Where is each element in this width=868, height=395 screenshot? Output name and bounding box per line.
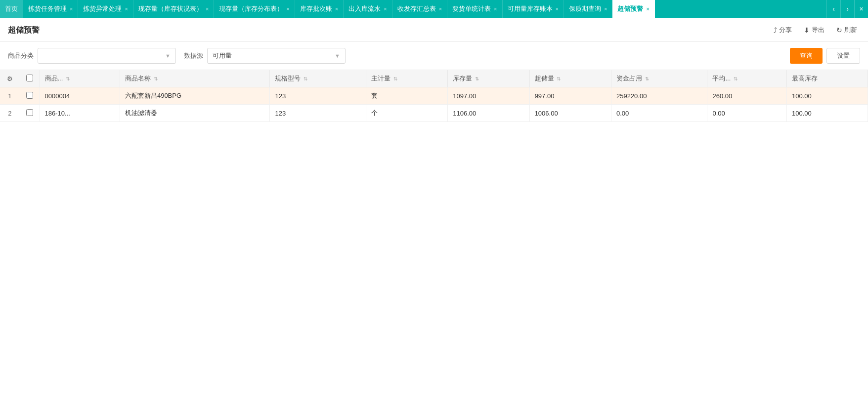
unit-cell: 个 [366, 105, 447, 122]
column-avg[interactable]: 平均... ⇅ [707, 70, 787, 87]
nav-item-recv-send[interactable]: 收发存汇总表 × [392, 0, 447, 18]
column-product-code[interactable]: 商品... ⇅ [40, 70, 120, 87]
product-name-cell: 六配套新昌490BPG [120, 87, 270, 105]
table-header-row: ⚙ 商品... ⇅ 商品名称 ⇅ 规格型号 ⇅ [0, 70, 868, 87]
column-gear[interactable]: ⚙ [0, 70, 20, 87]
category-select[interactable]: ▼ [38, 48, 176, 64]
sort-icon: ⇅ [645, 76, 649, 81]
sort-icon: ⇅ [154, 76, 158, 81]
overstock-cell: 997.00 [529, 87, 611, 105]
spec-cell: 123 [270, 105, 366, 122]
nav-item-home[interactable]: 首页 [0, 0, 23, 18]
row-checkbox[interactable] [26, 109, 33, 116]
sort-icon: ⇅ [734, 76, 738, 81]
close-icon[interactable]: × [604, 6, 607, 12]
share-button[interactable]: ⤴ 分享 [771, 24, 795, 37]
nav-item-inout-flow[interactable]: 出入库流水 × [344, 0, 392, 18]
close-icon[interactable]: × [556, 6, 559, 12]
nav-item-abnormal[interactable]: 拣货异常处理 × [78, 0, 133, 18]
row-checkbox-cell [20, 105, 40, 122]
datasource-select[interactable]: 可用量 ▼ [207, 48, 346, 64]
close-icon[interactable]: × [494, 6, 497, 12]
datasource-label: 数据源 [184, 51, 203, 60]
max-stock-cell: 100.00 [786, 87, 868, 105]
nav-item-order-stats[interactable]: 要货单统计表 × [447, 0, 502, 18]
table-row: 2 186-10... 机油滤清器 123 个 1106.00 1006.00 … [0, 105, 868, 122]
column-checkbox [20, 70, 40, 87]
product-name-cell: 机油滤清器 [120, 105, 270, 122]
unit-cell: 套 [366, 87, 447, 105]
nav-item-batch-account[interactable]: 库存批次账 × [295, 0, 344, 18]
product-code-cell: 186-10... [40, 105, 120, 122]
select-all-checkbox[interactable] [26, 75, 33, 81]
filter-actions: 查询 设置 [790, 48, 860, 64]
export-button[interactable]: ⬇ 导出 [801, 24, 827, 37]
query-button[interactable]: 查询 [790, 48, 823, 64]
nav-arrows: ‹ › × [826, 0, 868, 18]
nav-item-avail-account[interactable]: 可用量库存账本 × [503, 0, 564, 18]
nav-item-stock-status[interactable]: 现存量（库存状况表） × [133, 0, 214, 18]
share-icon: ⤴ [774, 26, 777, 34]
stock-cell: 1106.00 [448, 105, 529, 122]
refresh-icon: ↻ [836, 26, 842, 34]
capital-cell: 0.00 [611, 105, 707, 122]
close-icon[interactable]: × [125, 6, 128, 12]
nav-item-quality-check[interactable]: 保质期查询 × [564, 0, 612, 18]
nav-item-overstock[interactable]: 超储预警 × [612, 0, 654, 18]
nav-arrow-close[interactable]: × [854, 0, 868, 18]
page-header: 超储预警 ⤴ 分享 ⬇ 导出 ↻ 刷新 [0, 18, 868, 42]
column-unit[interactable]: 主计量 ⇅ [366, 70, 447, 87]
sort-icon: ⇅ [66, 76, 70, 81]
spec-cell: 123 [270, 87, 366, 105]
close-icon[interactable]: × [646, 6, 649, 12]
refresh-button[interactable]: ↻ 刷新 [833, 24, 860, 37]
settings-button[interactable]: 设置 [826, 48, 860, 64]
row-num: 1 [0, 87, 20, 105]
datasource-select-value: 可用量 [213, 51, 232, 60]
avg-cell: 0.00 [707, 105, 787, 122]
close-icon[interactable]: × [439, 6, 442, 12]
overstock-cell: 1006.00 [529, 105, 611, 122]
chevron-down-icon: ▼ [335, 53, 340, 59]
filter-group-category: 商品分类 ▼ [8, 48, 176, 64]
sort-icon: ⇅ [393, 76, 397, 81]
close-icon[interactable]: × [70, 6, 73, 12]
nav-item-stock-dist[interactable]: 现存量（库存分布表） × [214, 0, 295, 18]
chevron-down-icon: ▼ [165, 53, 171, 59]
nav-arrow-right[interactable]: › [840, 0, 854, 18]
column-stock[interactable]: 库存量 ⇅ [448, 70, 529, 87]
column-capital[interactable]: 资金占用 ⇅ [611, 70, 707, 87]
filter-group-datasource: 数据源 可用量 ▼ [184, 48, 346, 64]
data-table: ⚙ 商品... ⇅ 商品名称 ⇅ 规格型号 ⇅ [0, 70, 868, 122]
column-spec[interactable]: 规格型号 ⇅ [270, 70, 366, 87]
close-icon[interactable]: × [335, 6, 338, 12]
page-title: 超储预警 [8, 25, 40, 36]
row-num: 2 [0, 105, 20, 122]
row-checkbox[interactable] [26, 92, 33, 99]
product-code-cell: 0000004 [40, 87, 120, 105]
nav-item-task-mgmt[interactable]: 拣货任务管理 × [23, 0, 78, 18]
capital-cell: 259220.00 [611, 87, 707, 105]
close-icon[interactable]: × [384, 6, 387, 12]
row-checkbox-cell [20, 87, 40, 105]
sort-icon: ⇅ [475, 76, 479, 81]
nav-bar: 首页 拣货任务管理 × 拣货异常处理 × 现存量（库存状况表） × 现存量（库存… [0, 0, 868, 18]
close-icon[interactable]: × [206, 6, 209, 12]
max-stock-cell: 100.00 [786, 105, 868, 122]
header-actions: ⤴ 分享 ⬇ 导出 ↻ 刷新 [771, 24, 860, 37]
table-row: 1 0000004 六配套新昌490BPG 123 套 1097.00 997.… [0, 87, 868, 105]
sort-icon: ⇅ [557, 76, 561, 81]
table-area: ⚙ 商品... ⇅ 商品名称 ⇅ 规格型号 ⇅ [0, 70, 868, 122]
avg-cell: 260.00 [707, 87, 787, 105]
sort-icon: ⇅ [304, 76, 307, 81]
column-max-stock[interactable]: 最高库存 [786, 70, 868, 87]
stock-cell: 1097.00 [448, 87, 529, 105]
close-icon[interactable]: × [286, 6, 289, 12]
page-container: 超储预警 ⤴ 分享 ⬇ 导出 ↻ 刷新 商品分类 ▼ 数据源 [0, 18, 868, 395]
column-overstock[interactable]: 超储量 ⇅ [529, 70, 611, 87]
category-label: 商品分类 [8, 51, 34, 60]
export-icon: ⬇ [804, 26, 810, 34]
nav-arrow-left[interactable]: ‹ [826, 0, 840, 18]
filter-area: 商品分类 ▼ 数据源 可用量 ▼ 查询 设置 [0, 42, 868, 70]
column-product-name[interactable]: 商品名称 ⇅ [120, 70, 270, 87]
